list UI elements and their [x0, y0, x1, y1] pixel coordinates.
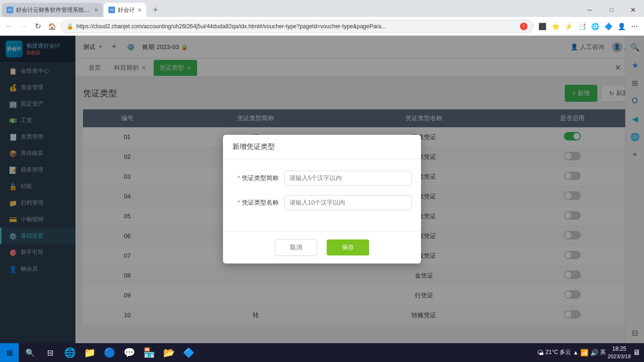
taskbar-task-view[interactable]: ⊟: [41, 343, 59, 362]
dialog-footer: 取消 保存: [223, 231, 421, 263]
taskbar-wechat[interactable]: 💬: [120, 343, 139, 362]
taskbar-store[interactable]: 🏪: [140, 343, 158, 362]
browser-tab-title-2: 好会计: [118, 6, 135, 14]
taskbar-tray: 🌤 21°C 多云 ▲ 📶 🔊 英 18:25 2023/3/18 🖥: [533, 346, 644, 360]
dialog-body: * 凭证类型简称 * 凭证类型名称: [223, 159, 421, 231]
browser-tab-active[interactable]: H 好会计 ×: [104, 3, 146, 17]
extension-icon-5[interactable]: 🌐: [589, 21, 601, 32]
full-name-input[interactable]: [284, 195, 412, 210]
taskbar-edge[interactable]: 🌐: [60, 343, 79, 362]
dialog-title: 新增凭证类型: [232, 142, 275, 151]
nav-back[interactable]: ←: [4, 21, 15, 32]
taskbar-net-icon: 📶: [580, 349, 588, 356]
nav-home[interactable]: 🏠: [46, 21, 58, 32]
taskbar-icons: 🔍 ⊟ 🌐 📁 🔵 💬 🏪 📂 🔷: [19, 343, 533, 362]
taskbar-explorer[interactable]: 📁: [80, 343, 99, 362]
url-text: https://cloud2.chanjet.com/accounting/uh…: [76, 23, 517, 30]
extension-icon-6[interactable]: 🔷: [603, 21, 614, 32]
nav-refresh[interactable]: ↻: [32, 21, 43, 32]
browser-tab-inactive[interactable]: H 好会计云财务软件管理系统_会计 ×: [2, 3, 103, 17]
window-maximize[interactable]: □: [601, 3, 622, 17]
browser-extensions: ⬛ ⭐ ⚡ 📑 🌐 🔷 👤 ⋯: [537, 21, 640, 32]
cancel-button[interactable]: 取消: [275, 239, 317, 256]
taskbar: ⊞ 🔍 ⊟ 🌐 📁 🔵 💬 🏪 📂 🔷 🌤 21°C 多云 ▲ 📶 🔊 英 18…: [0, 343, 644, 362]
taskbar-weather: 🌤: [537, 349, 544, 356]
short-name-label: * 凭证类型简称: [232, 174, 284, 182]
url-bar[interactable]: 🔒 https://cloud2.chanjet.com/accounting/…: [60, 20, 534, 33]
full-name-label: * 凭证类型名称: [232, 198, 284, 207]
browser-tab-close-2[interactable]: ×: [138, 6, 141, 14]
taskbar-lang[interactable]: 英: [600, 348, 606, 356]
taskbar-vol-icon: 🔊: [590, 349, 598, 356]
browser-tab-title-1: 好会计云财务软件管理系统_会计: [16, 6, 91, 14]
short-name-input[interactable]: [284, 171, 412, 186]
taskbar-notification[interactable]: 🖥: [633, 348, 640, 357]
dialog-overlay: 新增凭证类型 * 凭证类型简称 *: [0, 36, 644, 362]
nav-forward[interactable]: →: [18, 21, 29, 32]
form-row-short: * 凭证类型简称: [232, 171, 412, 186]
window-close[interactable]: ✕: [622, 3, 644, 17]
extension-icon-7[interactable]: 👤: [616, 21, 627, 32]
taskbar-arrow-up[interactable]: ▲: [573, 349, 578, 356]
start-button[interactable]: ⊞: [0, 343, 19, 362]
taskbar-search[interactable]: 🔍: [21, 343, 40, 362]
form-row-fullname: * 凭证类型名称: [232, 195, 412, 210]
browser-tab-close-1[interactable]: ×: [94, 6, 98, 14]
taskbar-folder[interactable]: 📂: [159, 343, 178, 362]
taskbar-weather-text: 21°C 多云: [545, 348, 571, 356]
dialog: 新增凭证类型 * 凭证类型简称 *: [223, 135, 421, 263]
extension-icon-4[interactable]: 📑: [576, 21, 587, 32]
window-minimize[interactable]: ─: [579, 3, 601, 17]
dialog-header: 新增凭证类型: [223, 135, 421, 159]
taskbar-time-display[interactable]: 18:25 2023/3/18: [608, 346, 631, 360]
taskbar-msedge2[interactable]: 🔷: [179, 343, 198, 362]
extension-icon-1[interactable]: ⬛: [537, 21, 548, 32]
new-tab-button[interactable]: +: [149, 5, 162, 15]
browser-menu[interactable]: ⋯: [629, 21, 640, 32]
taskbar-chrome[interactable]: 🔵: [100, 343, 119, 362]
save-button[interactable]: 保存: [327, 239, 369, 255]
extension-icon-3[interactable]: ⚡: [563, 21, 574, 32]
extension-icon-2[interactable]: ⭐: [550, 21, 561, 32]
